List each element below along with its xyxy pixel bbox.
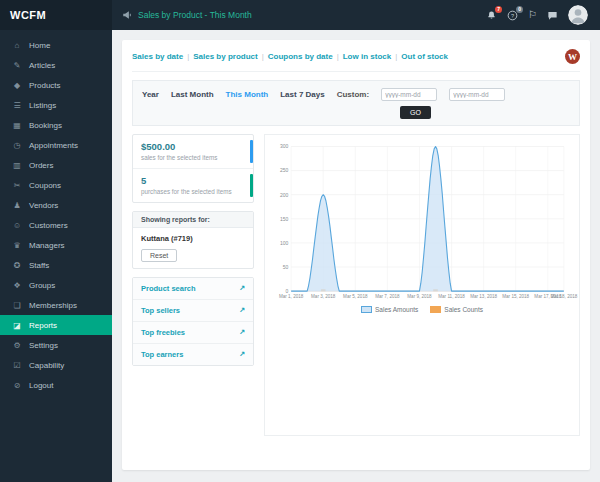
coupons-icon: ✂ xyxy=(12,181,22,190)
nav-separator: | xyxy=(262,52,264,61)
notification-badge: 7 xyxy=(495,6,502,13)
app-root: WCFM ⌂Home✎Articles◆Products☰Listings▦Bo… xyxy=(0,0,600,482)
sidebar-item-capability[interactable]: ☑Capability xyxy=(0,355,112,375)
sales-chart-svg: 050100150200250300Mar 1, 2018Mar 3, 2018… xyxy=(271,141,573,304)
expand-icon[interactable]: ↗ xyxy=(239,328,245,336)
nav-separator: | xyxy=(395,52,397,61)
report-nav-links: Sales by date|Sales by product|Coupons b… xyxy=(132,52,448,61)
svg-text:200: 200 xyxy=(280,192,289,198)
sidebar-item-settings[interactable]: ⚙Settings xyxy=(0,335,112,355)
report-nav-link-low-in-stock[interactable]: Low in stock xyxy=(343,52,391,61)
notifications-button[interactable]: 7 xyxy=(486,10,497,21)
messages-button[interactable] xyxy=(547,10,558,21)
date-to-input[interactable] xyxy=(449,88,505,101)
chart-legend: Sales Amounts Sales Counts xyxy=(271,306,573,313)
widget-label: Top freebies xyxy=(141,328,185,337)
date-filter-bar: YearLast MonthThis MonthLast 7 Days Cust… xyxy=(132,80,580,126)
help-button[interactable]: ? 0 xyxy=(507,10,518,21)
svg-text:Mar 11, 2018: Mar 11, 2018 xyxy=(438,294,465,299)
sidebar-item-label: Customers xyxy=(29,221,68,230)
svg-text:Mar 15, 2018: Mar 15, 2018 xyxy=(502,294,529,299)
vendors-icon: ♟ xyxy=(12,201,22,210)
widget-top-freebies[interactable]: Top freebies↗ xyxy=(133,321,253,343)
sidebar-item-coupons[interactable]: ✂Coupons xyxy=(0,175,112,195)
sidebar-item-label: Bookings xyxy=(29,121,62,130)
sidebar-item-orders[interactable]: ▥Orders xyxy=(0,155,112,175)
bookings-icon: ▦ xyxy=(12,121,22,130)
widget-product-search[interactable]: Product search↗ xyxy=(133,278,253,299)
sales-caption: sales for the selected items xyxy=(141,154,243,162)
brand-logo[interactable]: WCFM xyxy=(0,0,112,30)
sidebar-item-managers[interactable]: ♛Managers xyxy=(0,235,112,255)
chart-card: 050100150200250300Mar 1, 2018Mar 3, 2018… xyxy=(264,134,580,436)
nav-separator: | xyxy=(187,52,189,61)
user-avatar[interactable] xyxy=(568,5,588,25)
sidebar-item-home[interactable]: ⌂Home xyxy=(0,35,112,55)
sales-value: $500.00 xyxy=(141,141,243,152)
sidebar-item-label: Home xyxy=(29,41,50,50)
svg-text:Mar 1, 2018: Mar 1, 2018 xyxy=(279,294,304,299)
svg-text:300: 300 xyxy=(280,143,289,149)
sidebar-item-staffs[interactable]: ✪Staffs xyxy=(0,255,112,275)
sidebar-item-vendors[interactable]: ♟Vendors xyxy=(0,195,112,215)
sidebar-item-bookings[interactable]: ▦Bookings xyxy=(0,115,112,135)
topbar-actions: 7 ? 0 ⚐ xyxy=(486,5,588,25)
reset-button[interactable]: Reset xyxy=(141,249,177,262)
tab-year[interactable]: Year xyxy=(142,90,159,99)
expand-icon[interactable]: ↗ xyxy=(239,306,245,314)
reports-for-heading: Showing reports for: xyxy=(133,212,253,228)
go-button[interactable]: GO xyxy=(400,106,431,119)
appointments-icon: ◷ xyxy=(12,141,22,150)
flag-icon: ⚐ xyxy=(528,10,537,20)
widget-top-sellers[interactable]: Top sellers↗ xyxy=(133,299,253,321)
report-nav-link-sales-by-date[interactable]: Sales by date xyxy=(132,52,183,61)
tab-last-month[interactable]: Last Month xyxy=(171,90,214,99)
memberships-icon: ❏ xyxy=(12,301,22,310)
tab-this-month[interactable]: This Month xyxy=(226,90,269,99)
sidebar-item-label: Appointments xyxy=(29,141,78,150)
svg-text:Mar 5, 2018: Mar 5, 2018 xyxy=(343,294,368,299)
svg-text:50: 50 xyxy=(283,264,289,270)
filter-row: YearLast MonthThis MonthLast 7 Days Cust… xyxy=(142,88,570,101)
sidebar-item-listings[interactable]: ☰Listings xyxy=(0,95,112,115)
report-nav-link-out-of-stock[interactable]: Out of stock xyxy=(401,52,448,61)
legend-label-amounts: Sales Amounts xyxy=(375,306,418,313)
sidebar-item-label: Vendors xyxy=(29,201,58,210)
date-from-input[interactable] xyxy=(381,88,437,101)
report-sidebar: $500.00 sales for the selected items 5 p… xyxy=(132,134,254,366)
tab-last-7-days[interactable]: Last 7 Days xyxy=(280,90,324,99)
wordpress-icon[interactable]: W xyxy=(565,49,580,64)
sales-stat: $500.00 sales for the selected items xyxy=(133,135,253,168)
megaphone-icon xyxy=(122,10,132,20)
managers-icon: ♛ xyxy=(12,241,22,250)
expand-icon[interactable]: ↗ xyxy=(239,350,245,358)
sales-accent-bar xyxy=(250,140,253,163)
widgets-card: Product search↗Top sellers↗Top freebies↗… xyxy=(132,277,254,366)
sidebar-item-label: Products xyxy=(29,81,61,90)
sidebar-item-groups[interactable]: ❖Groups xyxy=(0,275,112,295)
sidebar-item-articles[interactable]: ✎Articles xyxy=(0,55,112,75)
widget-top-earners[interactable]: Top earners↗ xyxy=(133,343,253,365)
svg-text:Mar 18, 2018: Mar 18, 2018 xyxy=(550,294,577,299)
report-nav-link-sales-by-product[interactable]: Sales by product xyxy=(193,52,257,61)
vendor-name: Kuttana (#719) xyxy=(141,234,245,243)
staffs-icon: ✪ xyxy=(12,261,22,270)
widget-label: Top sellers xyxy=(141,306,180,315)
expand-icon[interactable]: ↗ xyxy=(239,284,245,292)
svg-text:Mar 9, 2018: Mar 9, 2018 xyxy=(407,294,432,299)
sidebar-item-products[interactable]: ◆Products xyxy=(0,75,112,95)
report-nav-link-coupons-by-date[interactable]: Coupons by date xyxy=(268,52,333,61)
orders-icon: ▥ xyxy=(12,161,22,170)
sidebar-item-memberships[interactable]: ❏Memberships xyxy=(0,295,112,315)
avatar-icon xyxy=(568,5,588,25)
purchases-accent-bar xyxy=(250,174,253,197)
customers-icon: ☺ xyxy=(12,221,22,230)
legend-swatch-amounts xyxy=(361,306,372,313)
purchases-stat: 5 purchases for the selected items xyxy=(133,168,253,202)
sidebar-item-customers[interactable]: ☺Customers xyxy=(0,215,112,235)
sidebar-item-reports[interactable]: ◪Reports xyxy=(0,315,112,335)
sidebar-item-label: Coupons xyxy=(29,181,61,190)
sidebar-item-appointments[interactable]: ◷Appointments xyxy=(0,135,112,155)
sidebar-item-logout[interactable]: ⊘Logout xyxy=(0,375,112,395)
flag-button[interactable]: ⚐ xyxy=(528,10,537,20)
